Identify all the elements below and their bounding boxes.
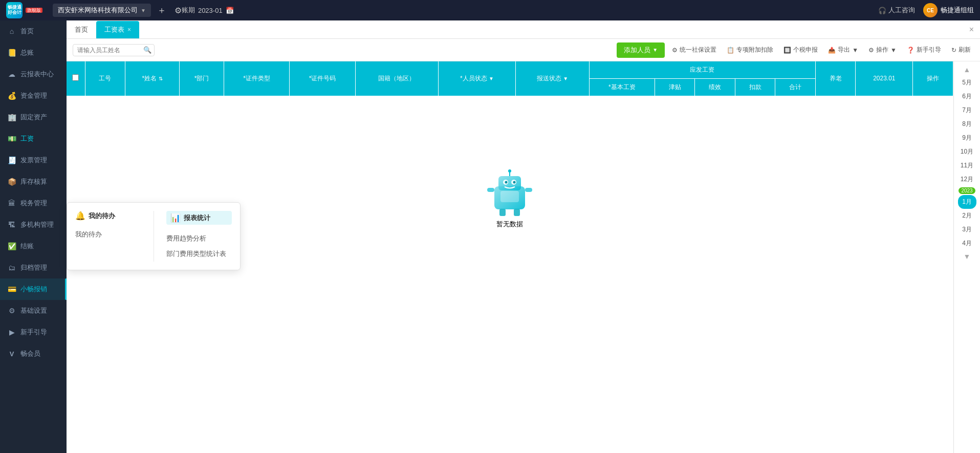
month-5[interactable]: 5月 <box>954 76 980 90</box>
add-person-dropdown-icon: ▼ <box>652 47 658 53</box>
month-7[interactable]: 7月 <box>954 103 980 117</box>
social-security-label: 统一社保设置 <box>680 46 716 54</box>
th-id-number: *证件号码 <box>290 61 355 96</box>
tab-close-icon[interactable]: × <box>127 26 131 33</box>
th-deductions-label: 扣款 <box>749 83 761 91</box>
sidebar-item-inventory[interactable]: 📦 库存核算 <box>0 171 67 192</box>
th-department: *部门 <box>180 61 224 96</box>
popup-col-2-title: 报表统计 <box>184 213 210 223</box>
th-current-month-label: 2023.01 <box>873 75 895 82</box>
sidebar-item-invoice[interactable]: 🧾 发票管理 <box>0 149 67 171</box>
company-name: 西安虾米网络科技有限公司 <box>58 6 138 15</box>
search-input[interactable] <box>73 44 155 56</box>
logo-sub: 旗舰版 <box>26 8 42 13</box>
close-tab-button[interactable]: × <box>963 25 980 34</box>
sidebar-item-cloud[interactable]: ☁ 云报表中心 <box>0 63 67 85</box>
sidebar-item-settings[interactable]: ⚙ 基础设置 <box>0 300 67 321</box>
add-button[interactable]: ＋ <box>157 4 166 16</box>
select-all-checkbox[interactable] <box>72 74 79 81</box>
th-id-type: *证件类型 <box>224 61 289 96</box>
th-work-id: 工号 <box>85 61 125 96</box>
operations-button[interactable]: ⚙ 操作 ▼ <box>865 44 900 56</box>
popup-item-dept-stats-label: 部门费用类型统计表 <box>166 250 226 257</box>
svg-rect-9 <box>514 209 520 216</box>
month-9[interactable]: 9月 <box>954 131 980 145</box>
sidebar: ⌂ 首页 📒 总账 ☁ 云报表中心 💰 资金管理 🏢 固定资产 💵 工资 <box>0 20 67 453</box>
empty-text: 暂无数据 <box>496 220 523 229</box>
refresh-button[interactable]: ↻ 刷新 <box>948 44 974 56</box>
settings-icon[interactable]: ⚙ <box>175 6 182 15</box>
th-work-id-label: 工号 <box>99 75 111 82</box>
month-scroll: ▲ 5月 6月 7月 8月 9月 10月 11月 12月 2023 1月 2月 … <box>954 63 980 263</box>
sidebar-item-assets[interactable]: 🏢 固定资产 <box>0 106 67 128</box>
sidebar-label-payroll: 工资 <box>20 134 34 143</box>
month-4[interactable]: 4月 <box>954 236 980 250</box>
multi-icon: 🏗 <box>7 221 16 229</box>
popup-row: 🔔 我的待办 我的待办 📊 报表统计 费用趋势分析 部门费用类型统计表 <box>75 211 232 262</box>
tax-report-button[interactable]: 🔲 个税申报 <box>780 44 821 56</box>
month-12[interactable]: 12月 <box>954 172 980 186</box>
sidebar-item-guide[interactable]: ▶ 新手引导 <box>0 321 67 343</box>
popup-item-pending[interactable]: 我的待办 <box>75 227 141 242</box>
export-button[interactable]: 📤 导出 ▼ <box>825 44 861 56</box>
month-3[interactable]: 3月 <box>954 223 980 236</box>
add-person-label: 添加人员 <box>624 46 650 55</box>
svg-point-7 <box>508 169 511 172</box>
calendar-icon: 📅 <box>226 7 234 14</box>
th-pension: 养老 <box>815 61 855 96</box>
finance-icon: 💰 <box>7 92 16 100</box>
invoice-icon: 🧾 <box>7 156 16 164</box>
special-deduction-button[interactable]: 📋 专项附加扣除 <box>724 44 776 56</box>
sidebar-label-finance: 资金管理 <box>20 91 47 100</box>
user-area: CE 畅捷通组组 <box>923 3 974 17</box>
tab-payroll[interactable]: 工资表 × <box>96 21 139 38</box>
month-11[interactable]: 11月 <box>954 159 980 172</box>
logo-text: 旗舰版 <box>26 8 42 13</box>
th-status: *人员状态 ▼ <box>438 61 516 96</box>
scroll-up-button[interactable]: ▲ <box>962 63 973 76</box>
operations-dropdown-icon: ▼ <box>890 47 897 54</box>
user-service[interactable]: 🎧 人工咨询 <box>878 6 915 15</box>
tax-icon: 🏛 <box>7 199 16 207</box>
popup-item-dept-stats[interactable]: 部门费用类型统计表 <box>166 246 232 262</box>
th-status-label: *人员状态 <box>460 75 487 82</box>
popup-item-expense-trend[interactable]: 费用趋势分析 <box>166 231 232 246</box>
th-performance-label: 绩效 <box>709 83 721 91</box>
tab-home[interactable]: 首页 <box>67 21 96 38</box>
month-6[interactable]: 6月 <box>954 90 980 103</box>
popup-col-1-title: 我的待办 <box>89 211 115 221</box>
social-security-icon: ⚙ <box>672 47 678 54</box>
month-10[interactable]: 10月 <box>954 145 980 159</box>
sort-icon: ⇅ <box>159 76 163 81</box>
tab-bar: 首页 工资表 × × <box>67 20 980 39</box>
month-2[interactable]: 2月 <box>954 209 980 223</box>
sidebar-item-finance[interactable]: 💰 资金管理 <box>0 85 67 106</box>
month-8[interactable]: 8月 <box>954 117 980 131</box>
social-security-button[interactable]: ⚙ 统一社保设置 <box>669 44 720 56</box>
top-bar: 畅捷通好会计 旗舰版 西安虾米网络科技有限公司 ▼ ＋ ⚙ 账期 2023-01… <box>0 0 980 20</box>
sidebar-item-multi[interactable]: 🏗 多机构管理 <box>0 214 67 235</box>
sidebar-item-archive[interactable]: 🗂 归档管理 <box>0 257 67 278</box>
new-guide-button[interactable]: ❓ 新手引导 <box>904 44 944 56</box>
sidebar-item-tax[interactable]: 🏛 税务管理 <box>0 192 67 214</box>
th-salary-group-label: 应发工资 <box>690 66 714 73</box>
month-1-current[interactable]: 1月 <box>958 195 976 209</box>
sidebar-item-expense[interactable]: 💳 小畅报销 <box>0 278 67 300</box>
th-current-month: 2023.01 <box>856 61 913 96</box>
special-deduction-icon: 📋 <box>727 47 734 54</box>
tax-report-icon: 🔲 <box>783 47 791 54</box>
sidebar-item-home[interactable]: ⌂ 首页 <box>0 20 67 42</box>
scroll-down-button[interactable]: ▼ <box>962 250 973 263</box>
member-icon: V <box>7 350 16 358</box>
company-selector[interactable]: 西安虾米网络科技有限公司 ▼ <box>53 4 151 17</box>
assets-icon: 🏢 <box>7 113 16 121</box>
add-person-button[interactable]: 添加人员 ▼ <box>617 42 665 58</box>
sidebar-item-payroll[interactable]: 💵 工资 <box>0 128 67 149</box>
search-container: 🔍 <box>73 44 155 56</box>
sidebar-item-close[interactable]: ✅ 结账 <box>0 235 67 257</box>
special-deduction-label: 专项附加扣除 <box>736 46 773 54</box>
operations-icon: ⚙ <box>868 47 874 54</box>
sidebar-item-member[interactable]: V 畅会员 <box>0 343 67 364</box>
table-header-row-1: 工号 *姓名 ⇅ *部门 *证件类型 <box>67 61 953 79</box>
sidebar-item-ledger[interactable]: 📒 总账 <box>0 42 67 63</box>
